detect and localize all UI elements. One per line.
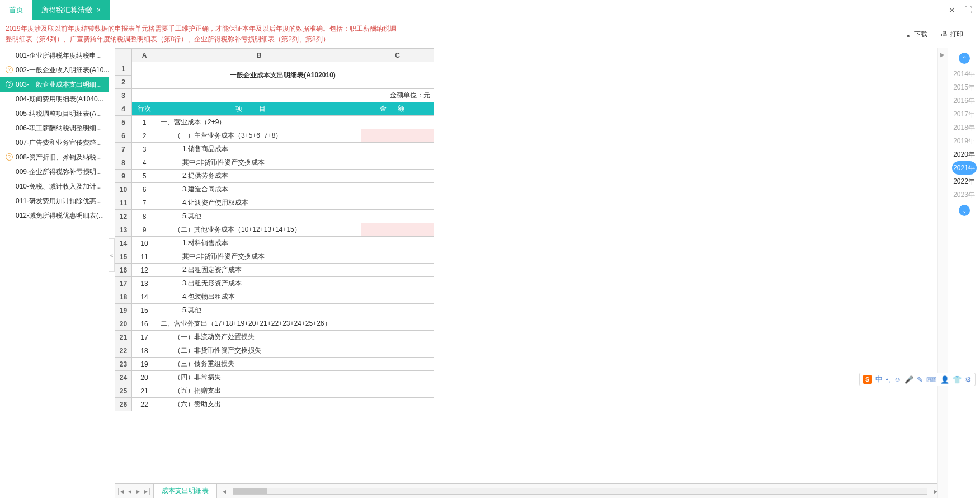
cell-amount[interactable] — [361, 317, 434, 331]
row-header[interactable]: 22 — [115, 344, 132, 358]
cell-row-num[interactable]: 17 — [132, 331, 157, 344]
sidebar-collapse-handle[interactable]: « — [109, 238, 115, 272]
row-header[interactable]: 1 — [115, 62, 132, 76]
year-2021年[interactable]: 2021年 — [952, 161, 977, 175]
cell-row-num[interactable]: 1 — [132, 116, 157, 129]
cell-amount[interactable] — [361, 290, 434, 304]
ime-toolbar[interactable]: S 中 •, ☺ 🎤 ✎ ⌨ 👤 👕 ⚙ — [859, 373, 976, 386]
sidebar-item-1[interactable]: 001-企业所得税年度纳税申... — [0, 48, 109, 63]
cell-row-num[interactable]: 18 — [132, 344, 157, 358]
sidebar-item-9[interactable]: 009-企业所得税弥补亏损明... — [0, 165, 109, 179]
sheet-nav-last-icon[interactable]: ▸∣ — [144, 487, 151, 495]
cell-amount[interactable] — [361, 344, 434, 358]
cell-item[interactable]: （六）赞助支出 — [157, 398, 361, 411]
cell-row-num[interactable]: 13 — [132, 277, 157, 290]
year-2015年[interactable]: 2015年 — [952, 81, 977, 94]
cell-amount[interactable] — [361, 331, 434, 344]
cell-amount[interactable] — [361, 129, 434, 143]
cell-amount[interactable] — [361, 371, 434, 384]
cell-amount[interactable] — [361, 250, 434, 264]
cell-row-num[interactable]: 22 — [132, 398, 157, 411]
cell-row-num[interactable]: 8 — [132, 210, 157, 223]
year-2018年[interactable]: 2018年 — [952, 121, 977, 134]
cell-row-num[interactable]: 9 — [132, 223, 157, 237]
sidebar-item-4[interactable]: 004-期间费用明细表(A1040... — [0, 92, 109, 106]
sidebar-item-7[interactable]: 007-广告费和业务宣传费跨... — [0, 135, 109, 150]
cell-row-num[interactable]: 14 — [132, 290, 157, 304]
cell-item[interactable]: （二）其他业务成本（10+12+13+14+15） — [157, 223, 361, 237]
cell-row-num[interactable]: 3 — [132, 143, 157, 156]
cell-row-num[interactable]: 20 — [132, 371, 157, 384]
year-2023年[interactable]: 2023年 — [952, 188, 977, 201]
cell-amount[interactable] — [361, 237, 434, 250]
cell-item[interactable]: （三）债务重组损失 — [157, 358, 361, 371]
cell-item[interactable]: 2.提供劳务成本 — [157, 170, 361, 183]
row-header[interactable]: 23 — [115, 358, 132, 371]
row-header[interactable]: 25 — [115, 384, 132, 398]
cell-item[interactable]: （二）非货币性资产交换损失 — [157, 344, 361, 358]
scroll-thumb[interactable] — [233, 488, 267, 494]
cell-item[interactable]: 4.包装物出租成本 — [157, 290, 361, 304]
row-header[interactable]: 20 — [115, 317, 132, 331]
ime-item[interactable]: ⌨ — [926, 375, 937, 384]
cell-amount[interactable] — [361, 156, 434, 170]
row-header[interactable]: 15 — [115, 250, 132, 264]
year-2022年[interactable]: 2022年 — [952, 175, 977, 188]
spreadsheet[interactable]: A B C 1一般企业成本支出明细表(A102010) 2 3金额单位：元 4 … — [115, 48, 434, 411]
row-header[interactable]: 24 — [115, 371, 132, 384]
row-header[interactable]: 19 — [115, 304, 132, 317]
cell-amount[interactable] — [361, 116, 434, 129]
sidebar-item-5[interactable]: 005-纳税调整项目明细表(A... — [0, 106, 109, 121]
row-header[interactable]: 17 — [115, 277, 132, 290]
row-header[interactable]: 3 — [115, 89, 132, 102]
sheet-nav-first-icon[interactable]: ∣◂ — [117, 487, 124, 495]
row-header[interactable]: 2 — [115, 76, 132, 89]
cell-amount[interactable] — [361, 304, 434, 317]
year-2014年[interactable]: 2014年 — [952, 67, 977, 81]
cell-amount[interactable] — [361, 183, 434, 196]
col-header-C[interactable]: C — [361, 49, 434, 62]
row-header[interactable]: 26 — [115, 398, 132, 411]
row-header[interactable]: 5 — [115, 116, 132, 129]
row-header[interactable]: 14 — [115, 237, 132, 250]
cell-row-num[interactable]: 4 — [132, 156, 157, 170]
row-header[interactable]: 12 — [115, 210, 132, 223]
corner-cell[interactable] — [115, 49, 132, 62]
row-header[interactable]: 11 — [115, 196, 132, 210]
year-2019年[interactable]: 2019年 — [952, 134, 977, 148]
year-up-icon[interactable]: ⌃ — [959, 53, 970, 64]
year-2020年[interactable]: 2020年 — [952, 148, 977, 161]
print-button[interactable]: 🖶 打印 — [941, 30, 963, 39]
cell-row-num[interactable]: 15 — [132, 304, 157, 317]
cell-item[interactable]: 5.其他 — [157, 304, 361, 317]
ime-item[interactable]: ✎ — [917, 375, 923, 384]
year-down-icon[interactable]: ⌄ — [959, 205, 970, 216]
hscroll-left-icon[interactable]: ◂ — [223, 487, 226, 495]
cell-row-num[interactable]: 19 — [132, 358, 157, 371]
cell-amount[interactable] — [361, 196, 434, 210]
sidebar-item-2[interactable]: ?002-一般企业收入明细表(A10... — [0, 63, 109, 77]
cell-item[interactable]: 2.出租固定资产成本 — [157, 264, 361, 277]
sidebar-item-8[interactable]: ?008-资产折旧、摊销及纳税... — [0, 150, 109, 165]
cell-amount[interactable] — [361, 210, 434, 223]
sidebar-item-11[interactable]: 011-研发费用加计扣除优惠... — [0, 194, 109, 208]
cell-row-num[interactable]: 5 — [132, 170, 157, 183]
row-header[interactable]: 6 — [115, 129, 132, 143]
ime-item[interactable]: 🎤 — [904, 375, 913, 384]
cell-row-num[interactable]: 16 — [132, 317, 157, 331]
cell-item[interactable]: 1.材料销售成本 — [157, 237, 361, 250]
cell-row-num[interactable]: 11 — [132, 250, 157, 264]
row-header[interactable]: 4 — [115, 102, 132, 116]
col-header-A[interactable]: A — [132, 49, 157, 62]
cell-amount[interactable] — [361, 358, 434, 371]
cell-row-num[interactable]: 7 — [132, 196, 157, 210]
sidebar-item-10[interactable]: 010-免税、减计收入及加计... — [0, 179, 109, 194]
download-button[interactable]: ⭳ 下载 — [905, 30, 927, 39]
ime-item[interactable]: 👤 — [940, 375, 949, 384]
tab-home[interactable]: 首页 — [0, 0, 32, 20]
cell-amount[interactable] — [361, 277, 434, 290]
year-2017年[interactable]: 2017年 — [952, 107, 977, 121]
cell-item[interactable]: 二、营业外支出（17+18+19+20+21+22+23+24+25+26） — [157, 317, 361, 331]
cell-item[interactable]: 3.出租无形资产成本 — [157, 277, 361, 290]
cell-row-num[interactable]: 21 — [132, 384, 157, 398]
